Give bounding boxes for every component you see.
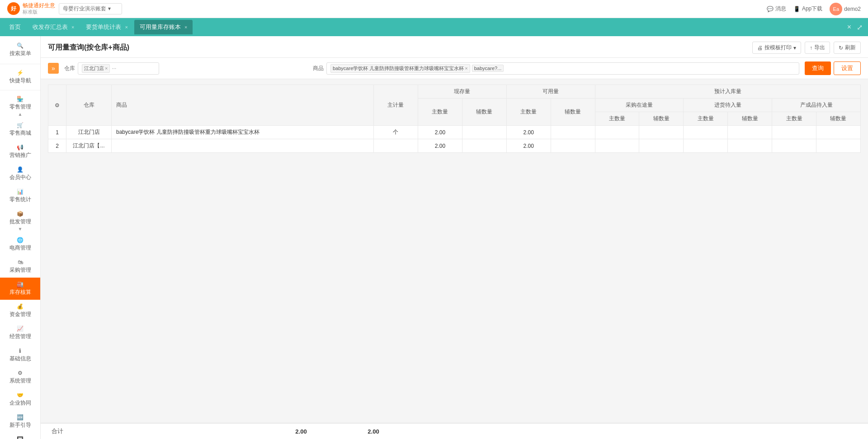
footer-stock-main: 2.00 xyxy=(283,428,319,435)
table-row: 2 江北门店【... 2.00 2.00 xyxy=(48,139,861,153)
setting-button[interactable]: 设置 xyxy=(834,61,861,75)
sidebar-item-quick-nav[interactable]: ⚡ 快捷导航 xyxy=(0,66,40,88)
tab-available-stock-close[interactable]: × xyxy=(184,24,187,30)
export-button[interactable]: ↑ 导出 xyxy=(805,42,830,54)
cell-pt-aux-0 xyxy=(639,126,684,139)
search-menu-button[interactable]: 🔍 搜索菜单 xyxy=(4,41,37,59)
top-bar: 好 畅捷通好生意 标准版 母婴行业演示账套 ▾ 💬 消息 📱 App下载 Ea … xyxy=(0,0,868,18)
tab-home[interactable]: 首页 xyxy=(4,20,26,34)
sidebar-item-marketing[interactable]: 📢 营销推广 xyxy=(0,141,40,163)
th-prod-main: 主数量 xyxy=(772,112,816,126)
sidebar-item-app-center[interactable]: 🔲 应用中心 xyxy=(0,433,40,439)
export-icon: ↑ xyxy=(810,45,812,51)
maximize-icon[interactable]: ⤢ xyxy=(855,23,864,32)
sidebar-item-enterprise-collab[interactable]: 🤝 企业协同 xyxy=(0,388,40,411)
retail-mgmt-icon: 🏪 xyxy=(17,96,24,102)
sidebar-item-retail-stats[interactable]: 📊 零售统计 xyxy=(0,185,40,207)
chevron-down-icon2: ▾ xyxy=(793,45,796,51)
product-tag-1-text: babycare学饮杯 儿童防摔防撞吸管杯重力球吸嘴杯宝宝水杯 xyxy=(333,65,464,72)
cell-stock-main-0: 2.00 xyxy=(418,126,462,139)
filter-toggle-button[interactable]: » xyxy=(48,63,59,74)
page-header: 可用量查询(按仓库+商品) 🖨 按模板打印 ▾ ↑ 导出 ↻ 刷新 xyxy=(41,36,868,58)
sidebar-item-retail-mall[interactable]: 🛒 零售商城 xyxy=(0,118,40,141)
warehouse-more-dots[interactable]: ··· xyxy=(112,65,116,71)
stats-icon: 📊 xyxy=(17,189,24,195)
cell-pi-aux-0 xyxy=(728,126,772,139)
th-production-in-group: 产成品待入量 xyxy=(772,99,861,112)
wholesale-icon: 📦 xyxy=(17,211,24,217)
sidebar-item-system[interactable]: ⚙ 系统管理 xyxy=(0,366,40,388)
cell-unit-0: 个 xyxy=(374,126,418,139)
th-stock-group: 现存量 xyxy=(418,85,506,99)
refresh-icon: ↻ xyxy=(839,45,843,51)
refresh-button[interactable]: ↻ 刷新 xyxy=(834,42,861,54)
table-area: ⚙ 仓库 商品 主计量 现存量 可用量 预计入库量 主数量 辅数量 主数量 辅数… xyxy=(41,79,868,423)
chevron-down-icon: ▾ xyxy=(108,5,111,12)
sidebar-item-basic-info[interactable]: ℹ 基础信息 xyxy=(0,344,40,366)
tab-receive-summary-close[interactable]: × xyxy=(71,24,74,30)
cell-pt-main-1 xyxy=(595,139,639,153)
cell-pt-main-0 xyxy=(595,126,639,139)
filter-bar: » 仓库 江北门店 × ··· 商品 babycare学饮杯 儿童防摔防撞吸管杯… xyxy=(41,58,868,79)
tab-demand-stats-close[interactable]: × xyxy=(125,24,127,30)
page-actions: 🖨 按模板打印 ▾ ↑ 导出 ↻ 刷新 xyxy=(752,42,861,54)
sidebar-item-wholesale[interactable]: 📦 批发管理 ▼ xyxy=(0,207,40,233)
sidebar-item-ecommerce[interactable]: 🌐 电商管理 xyxy=(0,233,40,255)
tab-receive-summary[interactable]: 收发存汇总表 × xyxy=(27,20,80,34)
sidebar-item-new-guide[interactable]: 🆕 新手引导 xyxy=(0,411,40,433)
tab-available-stock[interactable]: 可用量库存账本 × xyxy=(134,20,193,34)
ecommerce-icon: 🌐 xyxy=(17,237,24,243)
th-purchase-transit-group: 采购在途量 xyxy=(595,99,684,112)
message-action[interactable]: 💬 消息 xyxy=(767,5,786,13)
sidebar-item-purchase[interactable]: 🛍 采购管理 xyxy=(0,255,40,278)
th-pi-main: 主数量 xyxy=(684,112,728,126)
sidebar-item-retail-mgmt[interactable]: 🏪 零售管理 ▲ xyxy=(0,92,40,118)
cell-prod-main-0 xyxy=(772,126,816,139)
operations-icon: 📈 xyxy=(17,326,24,332)
app-download-action[interactable]: 📱 App下载 xyxy=(793,5,822,13)
marketing-icon: 📢 xyxy=(17,144,24,151)
product-tag-1-close[interactable]: × xyxy=(465,66,467,71)
th-product: 商品 xyxy=(112,85,374,126)
sidebar-item-inventory[interactable]: 🏭 库存核算 xyxy=(0,278,40,300)
close-window-icon[interactable]: × xyxy=(845,23,853,32)
export-label: 导出 xyxy=(814,44,825,52)
th-settings: ⚙ xyxy=(48,85,66,126)
cell-stock-main-1: 2.00 xyxy=(418,139,462,153)
cell-unit-1 xyxy=(374,139,418,153)
logo-area: 好 畅捷通好生意 标准版 xyxy=(7,2,55,15)
cell-avail-aux-1 xyxy=(551,139,595,153)
sidebar-item-operations[interactable]: 📈 经营管理 xyxy=(0,322,40,344)
th-stock-main: 主数量 xyxy=(418,99,462,126)
finance-icon: 💰 xyxy=(17,303,24,310)
cell-pt-aux-1 xyxy=(639,139,684,153)
warehouse-tag-text: 江北门店 xyxy=(84,65,104,72)
th-forecast-group: 预计入库量 xyxy=(595,85,861,99)
th-available-aux: 辅数量 xyxy=(551,99,595,126)
purchase-icon: 🛍 xyxy=(18,259,23,265)
tab-available-stock-label: 可用量库存账本 xyxy=(140,23,181,31)
logo-text: 畅捷通好生意 xyxy=(23,2,55,9)
th-pt-aux: 辅数量 xyxy=(639,112,684,126)
user-area[interactable]: Ea demo2 xyxy=(830,3,861,15)
sidebar-item-finance[interactable]: 💰 资金管理 xyxy=(0,300,40,322)
warehouse-tag-close[interactable]: × xyxy=(105,66,108,71)
industry-selector[interactable]: 母婴行业演示账套 ▾ xyxy=(59,3,122,14)
sidebar-item-member[interactable]: 👤 会员中心 xyxy=(0,163,40,185)
settings-icon[interactable]: ⚙ xyxy=(55,102,60,109)
guide-icon: 🆕 xyxy=(17,414,24,420)
cell-stock-aux-1 xyxy=(462,139,506,153)
print-template-label: 按模板打印 xyxy=(764,44,792,52)
query-button[interactable]: 查询 xyxy=(805,61,831,75)
tab-demand-stats[interactable]: 要货单统计表 × xyxy=(80,20,133,34)
print-template-button[interactable]: 🖨 按模板打印 ▾ xyxy=(752,42,801,54)
cell-pi-main-1 xyxy=(684,139,728,153)
tab-demand-stats-label: 要货单统计表 xyxy=(86,23,121,31)
warehouse-tag-input[interactable]: 江北门店 × ··· xyxy=(78,62,159,75)
cell-avail-main-0: 2.00 xyxy=(506,126,551,139)
top-bar-right: 💬 消息 📱 App下载 Ea demo2 xyxy=(767,3,861,15)
tab-receive-summary-label: 收发存汇总表 xyxy=(33,23,68,31)
product-tag-input[interactable]: babycare学饮杯 儿童防摔防撞吸管杯重力球吸嘴杯宝宝水杯 × babyca… xyxy=(326,62,799,75)
message-icon: 💬 xyxy=(767,6,774,12)
quick-nav-icon: ⚡ xyxy=(17,70,24,76)
